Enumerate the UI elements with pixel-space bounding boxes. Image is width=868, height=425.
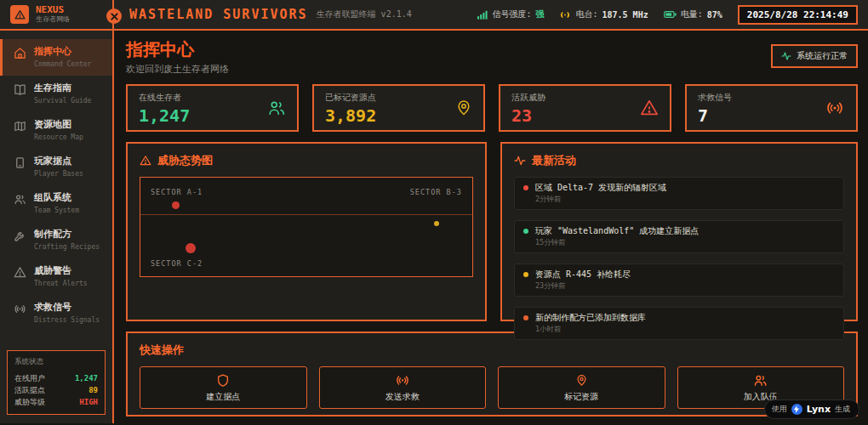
stat-card-online-survivors[interactable]: 在线生存者 1,247 [126,84,299,132]
quick-action-label: 标记资源 [564,391,598,403]
build-base-button[interactable]: 建立据点 [140,366,307,409]
broadcast-icon [395,373,410,388]
sidebar-item-label: 制作配方 [34,229,71,240]
status-row-threat-level: 威胁等级 HIGH [14,396,98,408]
users-icon [267,99,286,117]
sidebar-item-distress-signals[interactable]: 求救信号 Distress Signals [0,295,112,332]
page-title: 指挥中心 [126,39,229,60]
activity-dot [523,272,528,277]
threat-dot[interactable] [434,221,439,226]
status-label: 活跃据点 [14,384,45,396]
close-icon [111,13,118,20]
sidebar-item-label: 生存指南 [34,82,71,94]
stat-value: 1,247 [139,106,190,125]
sidebar-item-label: 求救信号 [34,302,71,313]
threat-map[interactable]: SECTOR A-1 SECTOR B-3 SECTOR C-2 [140,177,473,277]
warning-triangle-icon [640,99,659,117]
main-content: 指挥中心 欢迎回到废土生存者网络 系统运行正常 在线生存者 1,247 已标记资… [114,31,868,423]
stat-label: 求救信号 [698,92,732,104]
pulse-icon [781,51,791,61]
activity-text: 资源点 R-445 补给耗尽 [535,269,631,279]
send-distress-button[interactable]: 发送求救 [319,366,487,409]
quick-action-label: 建立据点 [206,391,240,403]
radio-status: 电台: 187.5 MHz [559,8,648,20]
activity-item[interactable]: 新的制作配方已添加到数据库 1小时前 [514,307,844,340]
activity-dot [523,315,528,320]
system-ok-button[interactable]: 系统运行正常 [771,44,858,68]
threat-dot[interactable] [186,243,196,253]
base-building-icon [14,156,26,169]
status-value: HIGH [79,396,98,408]
signal-label: 信号强度: [492,8,531,20]
sidebar-item-resource-map[interactable]: 资源地图 Resource Map [0,112,112,149]
activity-text: 新的制作配方已添加到数据库 [535,313,646,322]
activity-time: 2分钟前 [535,195,562,203]
stat-card-distress-signals[interactable]: 求救信号 7 [685,84,858,132]
brand-subtitle: 生存者网络 [36,15,70,24]
signal-bars-icon [477,10,488,20]
sidebar-item-sublabel: Resource Map [34,133,83,141]
stat-value: 23 [511,106,545,125]
lynx-generator-badge[interactable]: 使用 Lynx 生成 [764,400,859,419]
radio-value: 187.5 MHz [602,10,648,20]
sidebar-item-survival-guide[interactable]: 生存指南 Survival Guide [0,76,112,112]
sidebar-collapse-button[interactable] [106,8,122,24]
sidebar-item-label: 威胁警告 [34,265,71,276]
threat-map-title: 威胁态势图 [157,153,213,168]
quick-action-label: 发送求救 [385,391,420,403]
radio-waves-icon [559,10,571,20]
warning-triangle-icon [14,266,26,279]
badge-brand: Lynx [807,404,831,415]
status-value: 1,247 [75,372,98,384]
sidebar-item-sublabel: Crafting Recipes [34,243,100,251]
activity-time: 15分钟前 [535,238,566,246]
sector-label: SECTOR C-2 [151,259,203,268]
app-version: 生存者联盟终端 v2.1.4 [317,8,412,20]
shield-icon [216,373,230,388]
sidebar-item-command-center[interactable]: 指挥中心 Command Center [0,39,112,76]
activity-item[interactable]: 玩家 "WastelandWolf" 成功建立新据点 15分钟前 [514,220,844,253]
sidebar-item-sublabel: Threat Alerts [34,280,88,287]
nexus-logo [10,5,29,24]
signal-value: 强 [535,8,544,20]
status-label: 在线用户 [14,372,45,384]
stat-label: 已标记资源点 [325,92,376,104]
activity-panel: 最新活动 区域 Delta-7 发现新的辐射区域 2分钟前 玩家 "Wastel… [500,142,858,321]
sidebar-item-player-bases[interactable]: 玩家据点 Player Bases [0,149,112,185]
brand-block: NEXUS 生存者网络 [0,0,114,29]
status-value: 89 [89,384,98,396]
activity-title: 最新活动 [532,153,576,168]
sidebar-item-crafting-recipes[interactable]: 制作配方 Crafting Recipes [0,222,112,258]
threat-dot[interactable] [172,201,180,209]
sidebar-item-sublabel: Distress Signals [34,316,100,324]
status-label: 威胁等级 [14,396,45,408]
activity-time: 1小时前 [535,325,562,333]
activity-item[interactable]: 区域 Delta-7 发现新的辐射区域 2分钟前 [514,177,844,210]
sidebar-item-threat-alerts[interactable]: 威胁警告 Threat Alerts [0,258,112,295]
activity-dot [523,229,528,234]
badge-prefix: 使用 [772,404,787,415]
warning-triangle-icon [14,9,26,20]
book-icon [14,83,26,96]
activity-time: 23分钟前 [535,281,566,290]
stat-label: 在线生存者 [139,92,190,104]
stat-card-marked-resources[interactable]: 已标记资源点 3,892 [312,84,485,132]
wrench-icon [14,230,26,242]
sidebar-item-sublabel: Team System [34,207,79,214]
sidebar-item-sublabel: Command Center [34,60,91,68]
system-status-title: 系统状态 [14,357,98,367]
badge-suffix: 生成 [835,404,850,415]
threat-map-panel: 威胁态势图 SECTOR A-1 SECTOR B-3 SECTOR C-2 [126,142,487,321]
sidebar-item-team-system[interactable]: 组队系统 Team System [0,185,112,222]
quick-actions-title: 快速操作 [140,343,184,358]
stat-value: 3,892 [325,106,376,125]
home-icon [14,47,26,60]
battery-status: 电量: 87% [664,8,722,20]
status-row-online-users: 在线用户 1,247 [14,372,98,384]
activity-item[interactable]: 资源点 R-445 补给耗尽 23分钟前 [514,264,844,297]
activity-dot [523,185,528,190]
stat-label: 活跃威胁 [511,92,545,104]
stat-card-active-threats[interactable]: 活跃威胁 23 [499,84,671,132]
mark-resource-button[interactable]: 标记资源 [498,366,665,409]
sidebar-item-label: 指挥中心 [34,46,71,57]
